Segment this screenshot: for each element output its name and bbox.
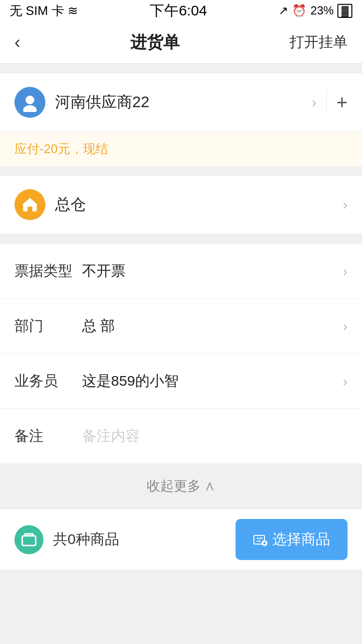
product-count-text: 共0种商品 (53, 530, 236, 549)
cart-icon (20, 531, 38, 548)
bottom-bar: 共0种商品 选择商品 (0, 509, 362, 570)
select-product-button[interactable]: 选择商品 (236, 519, 348, 560)
collapse-button[interactable]: 收起更多 ∧ (0, 463, 362, 509)
product-icon-wrap (14, 525, 43, 554)
add-supplier-button[interactable]: + (336, 92, 348, 113)
section-gap-3 (0, 234, 362, 243)
select-product-icon (253, 532, 267, 547)
department-value: 总 部 (82, 316, 343, 336)
warehouse-name: 总仓 (55, 194, 343, 215)
department-chevron-icon: › (343, 318, 348, 335)
supplier-section: 河南供应商22 › + 应付-20元，现结 (0, 73, 362, 166)
remark-input[interactable]: 备注内容 (82, 426, 348, 446)
form-section: 票据类型 不开票 › 部门 总 部 › 业务员 这是859的小智 › 备注 备注… (0, 243, 362, 463)
warehouse-icon (21, 196, 39, 213)
page-background (0, 570, 362, 644)
svg-marker-3 (22, 198, 38, 205)
remark-label: 备注 (14, 426, 82, 446)
department-label: 部门 (14, 316, 82, 336)
supplier-name: 河南供应商22 (55, 92, 312, 113)
invoice-type-value: 不开票 (82, 261, 343, 281)
supplier-row[interactable]: 河南供应商22 › + (0, 73, 362, 132)
salesperson-value: 这是859的小智 (82, 371, 343, 391)
svg-point-0 (26, 96, 34, 104)
alarm-icon: ⏰ (292, 4, 306, 17)
warehouse-chevron-icon: › (343, 196, 348, 213)
page-title: 进货单 (130, 31, 180, 54)
warehouse-icon-wrap (14, 189, 45, 220)
supplier-chevron-icon: › (312, 94, 317, 111)
salesperson-row[interactable]: 业务员 这是859的小智 › (0, 353, 362, 408)
notice-text: 应付-20元，现结 (14, 141, 108, 156)
section-gap-2 (0, 166, 362, 176)
salesperson-label: 业务员 (14, 371, 82, 391)
select-btn-label: 选择商品 (272, 530, 330, 549)
notice-banner: 应付-20元，现结 (0, 132, 362, 166)
svg-rect-4 (28, 207, 32, 211)
invoice-type-chevron-icon: › (343, 263, 348, 280)
svg-point-1 (23, 105, 37, 112)
location-icon: ↗ (278, 4, 288, 17)
remark-row[interactable]: 备注 备注内容 (0, 408, 362, 463)
invoice-type-label: 票据类型 (14, 261, 82, 281)
salesperson-chevron-icon: › (343, 373, 348, 390)
status-time: 下午6:04 (150, 1, 207, 21)
collapse-label: 收起更多 ∧ (147, 478, 216, 493)
person-icon (20, 93, 40, 112)
invoice-type-row[interactable]: 票据类型 不开票 › (0, 243, 362, 298)
back-button[interactable]: ‹ (14, 32, 20, 53)
open-pending-button[interactable]: 打开挂单 (290, 32, 348, 52)
warehouse-section[interactable]: 总仓 › (0, 176, 362, 234)
battery-icon: ▓ (337, 4, 352, 18)
department-row[interactable]: 部门 总 部 › (0, 298, 362, 353)
battery-text: 23% (310, 4, 334, 17)
vertical-divider (326, 90, 327, 114)
nav-bar: ‹ 进货单 打开挂单 (0, 21, 362, 64)
supplier-avatar (14, 87, 45, 118)
status-battery: ↗ ⏰ 23% ▓ (278, 4, 352, 18)
status-bar: 无 SIM 卡 ≋ 下午6:04 ↗ ⏰ 23% ▓ (0, 0, 362, 21)
status-signal: 无 SIM 卡 ≋ (10, 2, 78, 19)
section-gap-1 (0, 64, 362, 73)
